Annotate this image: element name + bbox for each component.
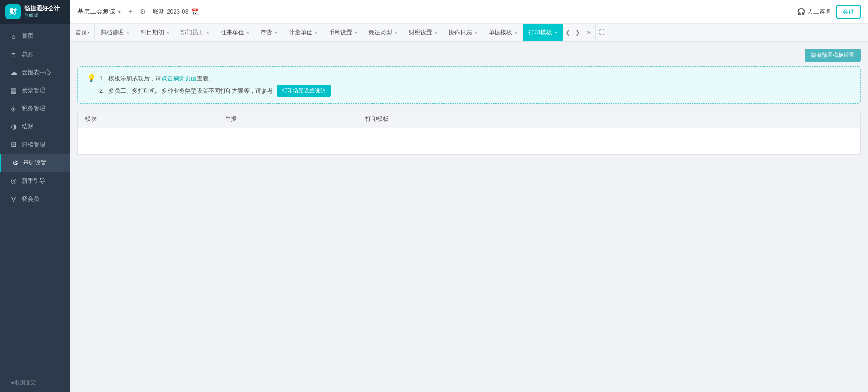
logo-icon: 财	[5, 4, 21, 19]
home-icon: ⌂	[9, 33, 18, 40]
tab-label-archive: 归档管理	[100, 28, 124, 37]
sidebar-item-ledger[interactable]: ≡ 总账	[0, 45, 70, 63]
tab-print_template[interactable]: 打印模板×	[523, 24, 563, 42]
headset-icon: 🎧	[797, 8, 806, 16]
sidebar-label-settings: 基础设置	[23, 159, 47, 167]
sidebar-item-guide[interactable]: ◎ 新手引导	[0, 172, 70, 190]
col-header-voucher: 单据	[218, 115, 358, 123]
invoice-icon: ▤	[9, 86, 18, 94]
logo-text: 畅捷通好会计 旗舰版	[24, 5, 60, 19]
tab-inventory[interactable]: 存货×	[255, 24, 283, 42]
logo-sub: 旗舰版	[24, 12, 60, 19]
close-all-tabs-button[interactable]: ✕	[583, 24, 596, 42]
table-header: 模块 单据 打印模板	[77, 110, 861, 128]
sidebar-nav: ⌂ 首页 ≡ 总账 ☁ 云报表中心 ▤ 发票管理 ◈ 税务管理 ◑ 结账 ⊞ 归…	[0, 24, 70, 373]
account-button[interactable]: 会计	[836, 5, 861, 19]
print-scene-button[interactable]: 打印场景设置说明	[277, 85, 331, 97]
tab-close-single_voucher[interactable]: ×	[514, 30, 517, 35]
sidebar-label-member: 畅会员	[22, 195, 39, 203]
support-label: 人工咨询	[807, 8, 831, 16]
sidebar-item-invoice[interactable]: ▤ 发票管理	[0, 81, 70, 99]
tab-prev-button[interactable]: ❮	[563, 24, 573, 42]
tab-close-subject[interactable]: ×	[166, 30, 169, 35]
org-dropdown-icon[interactable]: ▾	[118, 9, 121, 15]
tab-tax_settings[interactable]: 财税设置×	[403, 24, 443, 42]
support-link[interactable]: 🎧 人工咨询	[797, 8, 831, 16]
sidebar-item-tax[interactable]: ◈ 税务管理	[0, 99, 70, 118]
tab-single_voucher[interactable]: 单据模板×	[483, 24, 523, 42]
tab-department[interactable]: 部门员工×	[175, 24, 215, 42]
tab-close-op_log[interactable]: ×	[474, 30, 477, 35]
tab-close-department[interactable]: ×	[206, 30, 209, 35]
sidebar: 财 畅捷通好会计 旗舰版 ⌂ 首页 ≡ 总账 ☁ 云报表中心 ▤ 发票管理 ◈ …	[0, 0, 70, 392]
tab-measure[interactable]: 计量单位×	[283, 24, 323, 42]
hide-template-button[interactable]: 隐藏预置模板设置	[805, 49, 861, 62]
settings-icon: ⚙	[10, 159, 19, 167]
tab-label-inventory: 存货	[260, 28, 272, 37]
tab-label-contact: 往来单位	[221, 28, 244, 37]
tab-label-op_log: 操作日志	[448, 28, 472, 37]
settings-gear-icon[interactable]: ⚙	[140, 8, 146, 16]
tab-archive[interactable]: 归档管理×	[95, 24, 135, 42]
sidebar-label-home: 首页	[22, 32, 33, 40]
add-tab-icon[interactable]: ＋	[127, 7, 134, 16]
tab-label-voucher_type: 凭证类型	[368, 28, 392, 37]
tab-voucher_type[interactable]: 凭证类型×	[363, 24, 403, 42]
tab-label-single_voucher: 单据模板	[489, 28, 512, 37]
tab-close-tax_settings[interactable]: ×	[434, 30, 437, 35]
calendar-icon[interactable]: 📅	[191, 8, 198, 15]
sidebar-label-invoice: 发票管理	[22, 86, 45, 94]
tab-home[interactable]: 首页›	[70, 24, 95, 42]
col-header-print: 打印模板	[358, 115, 860, 123]
sidebar-item-settings[interactable]: ⚙ 基础设置	[0, 154, 70, 172]
sidebar-label-guide: 新手引导	[22, 177, 45, 185]
app-logo: 财 畅捷通好会计 旗舰版	[0, 0, 70, 24]
sidebar-item-home[interactable]: ⌂ 首页	[0, 27, 70, 45]
logo-title: 畅捷通好会计	[24, 5, 60, 12]
tab-label-subject: 科目期初	[141, 28, 164, 37]
refresh-page-link[interactable]: 点击刷新页面	[161, 75, 197, 82]
tab-close-print_template[interactable]: ×	[554, 30, 557, 35]
tabbar: 首页›归档管理×科目期初×部门员工×往来单位×存货×计量单位×币种设置×凭证类型…	[70, 24, 868, 42]
tab-label-currency: 币种设置	[329, 28, 352, 37]
tab-op_log[interactable]: 操作日志×	[443, 24, 483, 42]
tab-close-contact[interactable]: ×	[246, 30, 249, 35]
tab-label-home: 首页	[75, 28, 87, 37]
info-text: 1、模板添加成功后，请点击刷新页面查看。 2、多员工、多打印机、多种业务类型设置…	[99, 73, 331, 97]
tab-contact[interactable]: 往来单位×	[215, 24, 255, 42]
tab-close-archive[interactable]: ×	[126, 30, 129, 35]
tab-close-currency[interactable]: ×	[354, 30, 357, 35]
info-line1-post: 查看。	[197, 75, 214, 82]
sidebar-item-member[interactable]: V 畅会员	[0, 190, 70, 208]
org-name[interactable]: 基层工会测试	[77, 8, 115, 16]
tab-close-inventory[interactable]: ×	[274, 30, 277, 35]
tab-close-voucher_type[interactable]: ×	[394, 30, 397, 35]
sidebar-item-reports[interactable]: ☁ 云报表中心	[0, 63, 70, 81]
table-body	[77, 128, 861, 155]
tab-currency[interactable]: 币种设置×	[323, 24, 363, 42]
sidebar-unpin-footer[interactable]: ◄取消固定	[0, 373, 70, 392]
sidebar-label-archive: 归档管理	[22, 141, 45, 149]
tab-close-measure[interactable]: ×	[315, 30, 317, 35]
reports-icon: ☁	[9, 68, 18, 76]
archive-icon: ⊞	[9, 141, 18, 149]
tab-label-measure: 计量单位	[289, 28, 312, 37]
hide-template-row: 隐藏预置模板设置	[77, 49, 861, 62]
tax-icon: ◈	[9, 104, 18, 113]
main-area: 基层工会测试 ▾ ＋ ⚙ 账期 2023-03 📅 🎧 人工咨询 会计 首页›归…	[70, 0, 868, 392]
topbar-right: 🎧 人工咨询 会计	[797, 5, 861, 19]
sidebar-label-tax: 税务管理	[22, 104, 45, 113]
tab-subject[interactable]: 科目期初×	[135, 24, 175, 42]
period-display: 账期 2023-03 📅	[153, 8, 198, 16]
period-value: 2023-03	[167, 8, 189, 15]
close-icon: ◑	[9, 123, 18, 131]
sidebar-label-ledger: 总账	[22, 50, 33, 58]
period-label: 账期	[153, 8, 165, 16]
sidebar-item-archive[interactable]: ⊞ 归档管理	[0, 136, 70, 154]
expand-window-icon[interactable]: ⛶	[596, 24, 609, 42]
sidebar-label-close: 结账	[22, 123, 33, 131]
sidebar-item-close[interactable]: ◑ 结账	[0, 118, 70, 136]
info-line2-pre: 2、多员工、多打印机、多种业务类型设置不同打印方案等，请参考	[99, 85, 273, 96]
col-header-module: 模块	[78, 115, 218, 123]
tab-next-button[interactable]: ❯	[573, 24, 583, 42]
